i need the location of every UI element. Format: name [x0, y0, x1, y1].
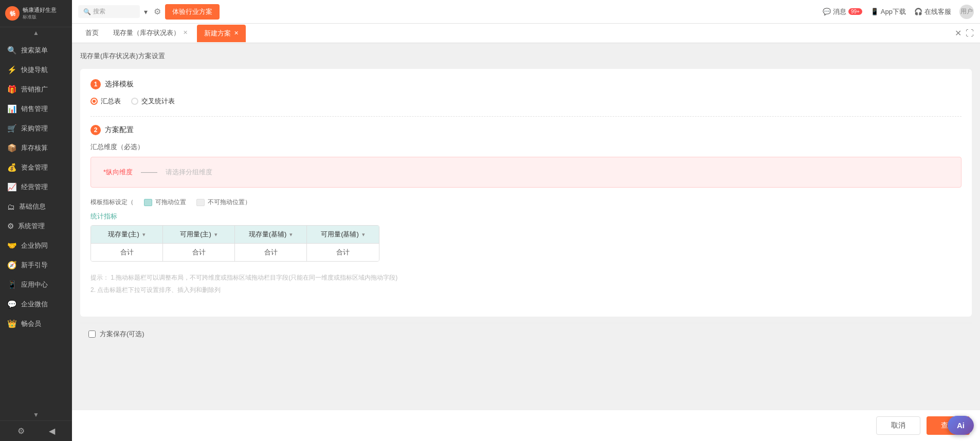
sidebar-scroll-down[interactable]: ▼	[0, 409, 72, 420]
expand-panel-icon[interactable]: ⛶	[966, 29, 974, 38]
trial-btn[interactable]: 体验行业方案	[165, 4, 220, 20]
sidebar-item-appstore[interactable]: 📱应用中心	[0, 275, 72, 295]
sidebar-icon-guide: 🧭	[7, 261, 17, 270]
sidebar-label-finance: 资金管理	[21, 163, 48, 172]
online-service-label: 在线客服	[924, 7, 951, 16]
app-logo-icon: 畅	[5, 6, 20, 21]
search-icon: 🔍	[83, 8, 91, 15]
sidebar-item-quick_nav[interactable]: ⚡快捷导航	[0, 60, 72, 80]
sidebar-item-search[interactable]: 🔍搜索菜单	[0, 41, 72, 60]
cancel-button[interactable]: 取消	[876, 416, 920, 435]
app-logo-text: 畅康通好生意 标准版	[23, 6, 57, 20]
tab-inventory-label: 现存量（库存状况表）	[113, 28, 180, 38]
content-area: 现存量(库存状况表)方案设置 1 选择模板 汇总表 交叉统计表	[72, 43, 980, 410]
sidebar-icon-quick_nav: ⚡	[7, 65, 17, 75]
col2-header[interactable]: 可用量(主) ▾	[163, 226, 235, 244]
radio-summary-label: 汇总表	[101, 97, 121, 106]
radio-cross[interactable]: 交叉统计表	[131, 97, 175, 106]
message-item[interactable]: 💬 消息 99+	[823, 7, 862, 16]
save-checkbox[interactable]	[88, 330, 96, 338]
legend-draggable: 可拖动位置	[144, 198, 186, 207]
sidebar-label-operations: 经营管理	[21, 182, 48, 192]
app-download-item[interactable]: 📱 App下载	[870, 7, 906, 16]
sidebar-item-basic[interactable]: 🗂基础信息	[0, 197, 72, 216]
sidebar-icon-wechat: 💬	[7, 300, 17, 309]
search-placeholder: 搜索	[93, 7, 105, 16]
search-bar[interactable]: 🔍 搜索	[78, 5, 140, 18]
close-panel-icon[interactable]: ✕	[955, 28, 961, 38]
app-download-label: App下载	[881, 7, 906, 16]
sidebar-item-marketing[interactable]: 🎁营销推广	[0, 80, 72, 99]
sidebar-item-purchase[interactable]: 🛒采购管理	[0, 119, 72, 138]
tab-home-label: 首页	[85, 28, 99, 38]
col4-header[interactable]: 可用量(基辅) ▾	[307, 226, 379, 244]
message-label: 消息	[833, 7, 846, 16]
draggable-box	[144, 199, 152, 206]
tab-inventory[interactable]: 现存量（库存状况表） ✕	[106, 24, 195, 43]
indicator-legend: 模板指标设定（ 可拖动位置 不可拖动位置）	[90, 198, 961, 207]
indicator-label: 模板指标设定（	[90, 198, 134, 207]
sidebar-nav: 🔍搜索菜单⚡快捷导航🎁营销推广📊销售管理🛒采购管理📦库存核算💰资金管理📈经营管理…	[0, 39, 72, 409]
step-divider	[90, 116, 961, 117]
col3-dropdown-icon[interactable]: ▾	[289, 231, 293, 238]
sidebar-item-member[interactable]: 👑畅会员	[0, 314, 72, 334]
template-radio-group: 汇总表 交叉统计表	[90, 97, 961, 106]
sidebar-label-system: 系统管理	[18, 222, 45, 231]
col1-dropdown-icon[interactable]: ▾	[142, 231, 146, 238]
sidebar-icon-sales: 📊	[7, 104, 17, 114]
stats-table-title: 统计指标	[90, 212, 961, 221]
user-avatar[interactable]: 用户	[959, 5, 974, 19]
sidebar-icon-marketing: 🎁	[7, 85, 17, 94]
save-label[interactable]: 方案保存(可选)	[100, 329, 144, 339]
step2-num: 2	[90, 125, 101, 135]
tab-new-scheme-close[interactable]: ✕	[234, 30, 239, 36]
tab-home[interactable]: 首页	[78, 24, 106, 43]
tab-inventory-close[interactable]: ✕	[183, 29, 188, 36]
col3-header[interactable]: 现存量(基辅) ▾	[235, 226, 307, 244]
col1-header[interactable]: 现存量(主) ▾	[91, 226, 163, 244]
sidebar-item-finance[interactable]: 💰资金管理	[0, 158, 72, 177]
step2-title: 方案配置	[105, 125, 134, 135]
page-title: 现存量(库存状况表)方案设置	[80, 51, 972, 61]
sidebar-label-search: 搜索菜单	[21, 46, 48, 55]
service-icon: 🎧	[914, 8, 922, 15]
online-service-item[interactable]: 🎧 在线客服	[914, 7, 951, 16]
sidebar-label-sales: 销售管理	[21, 104, 48, 114]
tab-new-scheme-label: 新建方案	[204, 29, 231, 38]
sidebar-icon-system: ⚙	[7, 222, 14, 231]
ai-button[interactable]: Ai	[948, 416, 974, 435]
message-icon: 💬	[823, 8, 831, 15]
sidebar-item-cooperation[interactable]: 🤝企业协同	[0, 236, 72, 255]
sidebar-item-sales[interactable]: 📊销售管理	[0, 99, 72, 119]
bottom-actions: 取消 查询	[72, 410, 980, 441]
message-badge: 99+	[848, 8, 862, 15]
col3-body: 合计	[235, 244, 307, 261]
collapse-icon[interactable]: ◀	[49, 426, 55, 436]
sidebar-icon-finance: 💰	[7, 163, 17, 172]
sidebar-item-operations[interactable]: 📈经营管理	[0, 177, 72, 197]
col1-body: 合计	[91, 244, 163, 261]
save-section: 方案保存(可选)	[80, 323, 972, 345]
step2-block: 2 方案配置 汇总维度（必选） *纵向维度 —— 请选择分组维度 模板指标设定（	[90, 125, 961, 296]
dimension-arrow: ——	[141, 168, 157, 177]
sidebar-icon-member: 👑	[7, 319, 17, 328]
sidebar-label-guide: 新手引导	[21, 261, 48, 270]
dimension-area[interactable]: *纵向维度 —— 请选择分组维度	[90, 157, 961, 188]
sidebar-icon-cooperation: 🤝	[7, 241, 17, 250]
sidebar-item-guide[interactable]: 🧭新手引导	[0, 255, 72, 275]
topbar-dropdown[interactable]: ▾	[144, 8, 148, 16]
tab-new-scheme[interactable]: 新建方案 ✕	[197, 25, 246, 42]
sidebar-scroll-up[interactable]: ▲	[0, 27, 72, 39]
sidebar-label-inventory: 库存核算	[21, 143, 48, 153]
sidebar-item-system[interactable]: ⚙系统管理	[0, 216, 72, 236]
topbar-gear-icon[interactable]: ⚙	[154, 7, 161, 16]
settings-icon[interactable]: ⚙	[17, 426, 25, 436]
legend-non-draggable: 不可拖动位置）	[196, 198, 251, 207]
col2-dropdown-icon[interactable]: ▾	[214, 231, 217, 238]
radio-summary[interactable]: 汇总表	[90, 97, 121, 106]
dimension-label: 汇总维度（必选）	[90, 142, 961, 152]
sidebar-label-appstore: 应用中心	[21, 280, 48, 289]
col4-dropdown-icon[interactable]: ▾	[362, 231, 365, 238]
sidebar-item-inventory[interactable]: 📦库存核算	[0, 138, 72, 158]
sidebar-item-wechat[interactable]: 💬企业微信	[0, 295, 72, 314]
